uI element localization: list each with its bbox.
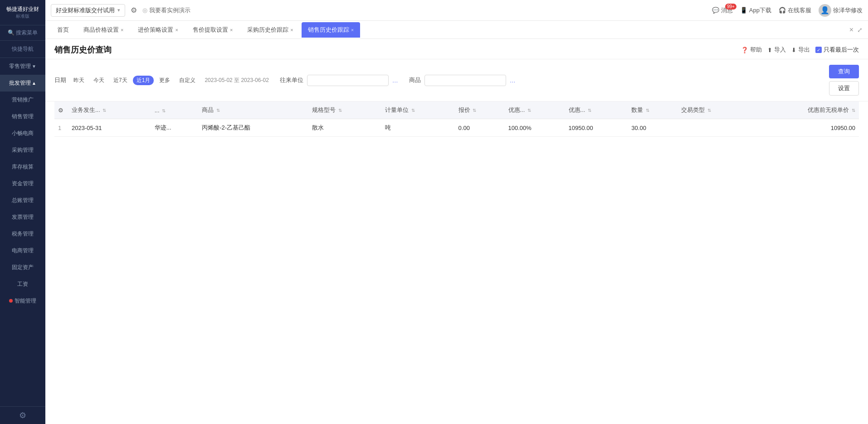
source-input[interactable] [307, 75, 389, 86]
sidebar-item-quick-nav[interactable]: 快捷导航 [0, 43, 45, 56]
table-header-row: ⚙ 业务发生... ⇅ ... ⇅ 商品 ⇅ [54, 101, 859, 119]
chevron-down-icon: ▾ [117, 7, 120, 13]
tab-label: 销售历史价跟踪 [308, 26, 349, 34]
sidebar-item-purchase[interactable]: 采购管理 [0, 142, 45, 159]
sort-icon: ⇅ [162, 108, 166, 113]
sidebar-item-smart[interactable]: 智能管理 [0, 293, 45, 309]
product-more-button[interactable]: … [510, 77, 516, 84]
col-biz-date[interactable]: 业务发生... ⇅ [68, 101, 151, 119]
logo-title: 畅捷通好业财 [4, 5, 42, 13]
tab-product-price[interactable]: 商品价格设置 × [77, 22, 130, 38]
checkbox-icon: ✓ [815, 47, 822, 53]
source-filter-group: 往来单位 … [280, 75, 398, 86]
filter-settings-button[interactable]: 设置 [829, 81, 859, 96]
col-tax-price[interactable]: 优惠前无税单价 ⇅ [751, 101, 859, 119]
export-icon: ⬇ [791, 47, 796, 53]
sidebar-item-ecommerce[interactable]: 电商管理 [0, 242, 45, 259]
tab-sale-price[interactable]: 售价提取设置 × [186, 22, 239, 38]
date-option-last1m[interactable]: 近1月 [133, 76, 154, 85]
close-icon[interactable]: × [351, 27, 354, 33]
sidebar-item-sales[interactable]: 销售管理 [0, 108, 45, 125]
tab-home[interactable]: 首页 [51, 22, 75, 38]
sidebar-nav-item-quick[interactable]: 快捷导航 [0, 41, 45, 58]
sidebar-item-invoice[interactable]: 发票管理 [0, 209, 45, 226]
topbar-edition-selector[interactable]: 好业财标准版交付试用 ▾ [51, 4, 125, 17]
sidebar-item-label: 库存核算 [12, 163, 34, 171]
date-options: 昨天 今天 近7天 近1月 更多 自定义 [70, 76, 199, 85]
messages-button[interactable]: 💬 消息 99+ [712, 6, 733, 14]
col-quantity[interactable]: 数量 ⇅ [628, 101, 678, 119]
col-more[interactable]: ... ⇅ [151, 101, 198, 119]
sidebar-item-marketing[interactable]: 营销推广 [0, 92, 45, 108]
tab-purchase-history[interactable]: 采购历史价跟踪 × [241, 22, 299, 38]
row-more: 华迹... [151, 119, 198, 137]
sort-icon: ⇅ [216, 108, 220, 113]
tab-label: 商品价格设置 [83, 26, 119, 34]
sidebar-item-label: 采购管理 [12, 146, 34, 154]
sidebar-item-inventory[interactable]: 库存核算 [0, 159, 45, 175]
col-quantity-label: 数量 [631, 106, 643, 113]
date-option-today[interactable]: 今天 [90, 76, 108, 85]
close-icon[interactable]: × [121, 27, 123, 33]
sort-icon: ⇅ [338, 108, 342, 113]
tab-purchase-strategy[interactable]: 进价策略设置 × [132, 22, 184, 38]
col-settings[interactable]: ⚙ [54, 101, 68, 119]
only-last-checkbox[interactable]: ✓ 只看最后一次 [815, 46, 859, 54]
export-button[interactable]: ⬇ 导出 [791, 46, 810, 54]
sidebar-item-wholesale[interactable]: 批发管理 ▲ [0, 75, 45, 92]
sidebar-item-payroll[interactable]: 工资 [0, 276, 45, 293]
date-option-last7[interactable]: 近7天 [110, 76, 131, 85]
col-product[interactable]: 商品 ⇅ [198, 101, 308, 119]
query-button[interactable]: 查询 [829, 65, 859, 78]
sidebar-item-label: 发票管理 [12, 213, 34, 221]
tab-sales-history[interactable]: 销售历史价跟踪 × [302, 22, 360, 38]
headset-icon: 🎧 [779, 7, 786, 14]
sidebar-item-retail[interactable]: 零售管理 ▼ [0, 58, 45, 75]
col-price[interactable]: 报价 ⇅ [455, 101, 505, 119]
sort-icon: ⇅ [646, 108, 649, 113]
online-service-button[interactable]: 🎧 在线客服 [779, 6, 811, 14]
expand-panel-button[interactable]: ⤢ [857, 26, 863, 34]
col-unit[interactable]: 计量单位 ⇅ [381, 101, 454, 119]
import-icon: ⬆ [767, 47, 772, 53]
col-spec[interactable]: 规格型号 ⇅ [308, 101, 381, 119]
chevron-down-icon: ▼ [32, 64, 36, 69]
close-icon[interactable]: × [230, 27, 233, 33]
sidebar-item-label: 税务管理 [12, 230, 34, 238]
tabbar: 首页 商品价格设置 × 进价策略设置 × 售价提取设置 × 采购历史价跟踪 × … [45, 21, 868, 39]
sidebar-item-label: 小畅电商 [12, 130, 34, 137]
date-option-custom[interactable]: 自定义 [176, 76, 199, 85]
col-discount1[interactable]: 优惠... ⇅ [505, 101, 565, 119]
sidebar-settings-button[interactable]: ⚙ [0, 406, 45, 424]
sidebar-item-label: 零售管理 [9, 63, 31, 70]
col-biz-date-label: 业务发生... [72, 106, 100, 113]
sidebar-search[interactable]: 🔍 搜索菜单 [0, 25, 45, 41]
col-trade-type[interactable]: 交易类型 ⇅ [678, 101, 751, 119]
help-button[interactable]: ❓ 帮助 [741, 46, 762, 54]
sidebar-item-assets[interactable]: 固定资产 [0, 259, 45, 276]
filter-area: 日期 昨天 今天 近7天 近1月 更多 自定义 2023-05-02 至 202… [45, 59, 868, 101]
sidebar-item-tax[interactable]: 税务管理 [0, 226, 45, 242]
tab-panel-controls: × ⤢ [849, 26, 863, 34]
date-option-yesterday[interactable]: 昨天 [70, 76, 88, 85]
sort-icon: ⇅ [852, 108, 855, 113]
col-discount2[interactable]: 优惠... ⇅ [565, 101, 628, 119]
product-input[interactable] [424, 75, 506, 86]
app-download-button[interactable]: 📱 App下载 [740, 6, 771, 14]
col-product-label: 商品 [202, 106, 214, 113]
user-button[interactable]: 👤 徐泽华修改 [819, 4, 863, 17]
logo-subtitle: 标准版 [4, 13, 42, 19]
import-button[interactable]: ⬆ 导入 [767, 46, 786, 54]
close-panel-button[interactable]: × [849, 26, 853, 34]
sidebar-logo: 畅捷通好业财 标准版 [0, 0, 45, 25]
product-filter-group: 商品 … [409, 75, 516, 86]
close-icon[interactable]: × [175, 27, 178, 33]
sidebar-item-finance[interactable]: 资金管理 [0, 175, 45, 192]
source-more-button[interactable]: … [392, 77, 398, 84]
sidebar-item-ecommerce-small[interactable]: 小畅电商 [0, 125, 45, 142]
date-option-more[interactable]: 更多 [156, 76, 174, 85]
close-icon[interactable]: × [290, 27, 293, 33]
topbar-settings-button[interactable]: ⚙ [131, 6, 137, 14]
sidebar-item-ledger[interactable]: 总账管理 [0, 192, 45, 209]
topbar-demo-button[interactable]: ◎ 我要看实例演示 [142, 6, 190, 14]
